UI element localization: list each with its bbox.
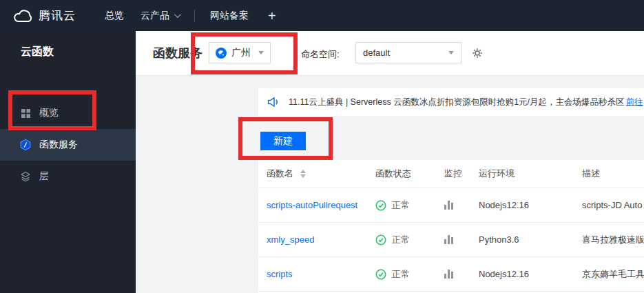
add-tab-button[interactable]: +: [268, 9, 276, 23]
sort-icon[interactable]: [300, 170, 306, 178]
grid-icon: [19, 107, 32, 119]
column-header-description: 描述: [582, 168, 644, 180]
sidebar: 云函数 概览 函数服务: [0, 31, 136, 293]
brand-name: 腾讯云: [39, 8, 76, 23]
status-badge: 正常: [392, 199, 410, 212]
nav-item-overview[interactable]: 总览: [96, 10, 132, 22]
gear-icon[interactable]: [472, 48, 483, 59]
bar-chart-icon[interactable]: [444, 270, 453, 279]
runtime-cell: Nodejs12.16: [479, 200, 582, 210]
nav-item-cloud-products[interactable]: 云产品: [132, 10, 187, 22]
functions-table: 函数名 函数状态 监控 运行环境 描述 scripts-autoPullrequ…: [258, 160, 644, 293]
status-badge: 正常: [392, 268, 410, 281]
globe-icon: [216, 48, 227, 59]
column-header-runtime: 运行环境: [479, 168, 582, 180]
check-circle-icon: [375, 269, 386, 280]
promo-banner: 11.11云上盛典 | Serverless 云函数冰点折扣资源包限时抢购1元/…: [258, 88, 644, 116]
runtime-cell: Nodejs12.16: [479, 269, 582, 279]
sidebar-item-layers[interactable]: 层: [0, 161, 136, 192]
namespace-value: default: [363, 48, 390, 58]
sidebar-item-label: 函数服务: [39, 139, 78, 151]
banner-link[interactable]: 前往: [626, 97, 643, 108]
chevron-down-icon: [258, 51, 264, 54]
namespace-select[interactable]: default: [355, 42, 461, 63]
column-header-function-name[interactable]: 函数名: [267, 168, 375, 180]
sidebar-item-label: 层: [39, 170, 49, 183]
function-name-link[interactable]: scripts-autoPullrequest: [267, 200, 357, 210]
table-row: xmly_speed 正常 Python3.6 喜马拉雅极速版刷: [258, 222, 644, 256]
hexagon-function-icon: [19, 139, 32, 151]
table-row: scripts 正常 Nodejs12.16 京东薅羊毛工具: [258, 256, 644, 291]
sidebar-item-label: 概览: [39, 107, 59, 119]
layers-icon: [19, 170, 32, 183]
brand[interactable]: 腾讯云: [12, 8, 76, 23]
description-cell: scripts-JD Auto F: [582, 200, 644, 210]
sidebar-item-overview[interactable]: 概览: [0, 97, 136, 129]
top-nav-menu: 总览 云产品 网站备案 +: [96, 9, 276, 23]
sidebar-title: 云函数: [21, 45, 54, 59]
column-header-status: 函数状态: [375, 168, 444, 180]
nav-item-website-record[interactable]: 网站备案: [202, 10, 257, 22]
table-header-row: 函数名 函数状态 监控 运行环境 描述: [258, 160, 644, 188]
table-row: scripts-autoPullrequest 正常 Nodejs12.16 s…: [258, 188, 644, 222]
create-button[interactable]: 新建: [260, 132, 306, 150]
runtime-cell: Python3.6: [479, 234, 582, 245]
nav-divider: [194, 10, 195, 22]
sidebar-item-function-service[interactable]: 函数服务: [0, 129, 136, 161]
chevron-down-icon: [174, 11, 181, 18]
region-selector[interactable]: 广州: [209, 42, 271, 63]
function-name-link[interactable]: xmly_speed: [267, 234, 314, 245]
namespace-label: 命名空间:: [301, 48, 340, 61]
description-cell: 京东薅羊毛工具: [582, 268, 644, 281]
status-badge: 正常: [392, 234, 410, 246]
top-navbar: 腾讯云 总览 云产品 网站备案 +: [0, 0, 644, 31]
function-name-link[interactable]: scripts: [267, 269, 293, 279]
tencent-cloud-logo-icon: [12, 8, 33, 23]
bar-chart-icon[interactable]: [444, 201, 453, 210]
chevron-down-icon: [448, 51, 454, 54]
banner-text: 11.11云上盛典 | Serverless 云函数冰点折扣资源包限时抢购1元/…: [289, 97, 625, 108]
region-value: 广州: [231, 47, 251, 59]
megaphone-icon: [267, 97, 280, 108]
bar-chart-icon[interactable]: [444, 235, 453, 244]
sidebar-menu: 概览 函数服务 层: [0, 97, 136, 192]
check-circle-icon: [375, 200, 386, 211]
page-title: 函数服务: [153, 45, 202, 61]
content-header: 函数服务 广州 命名空间: default: [136, 31, 644, 76]
check-circle-icon: [375, 234, 386, 245]
column-header-monitor: 监控: [444, 168, 479, 180]
description-cell: 喜马拉雅极速版刷: [582, 234, 644, 246]
